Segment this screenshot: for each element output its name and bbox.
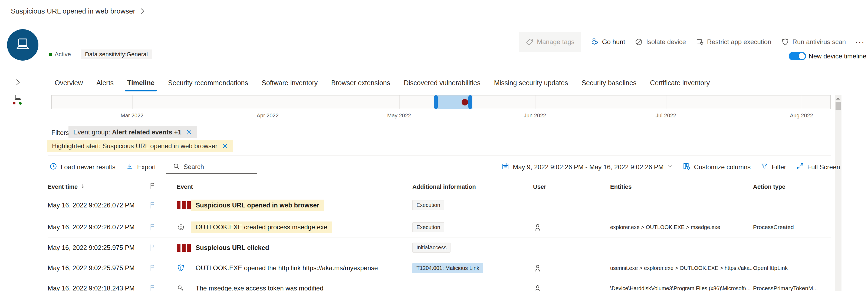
device-mini-icon[interactable] [14,94,22,102]
entities-cell: \Device\HarddiskVolume3\Program Files (x… [610,278,753,291]
breadcrumb: Suspicious URL opened in web browser [11,7,145,15]
device-avatar [7,29,38,61]
mitre-technique-badge[interactable]: T1204.001: Malicious Link [412,263,483,273]
timeline-brush-chart[interactable] [52,95,831,109]
timeline-toolbar-left: Load newer results Export [49,160,257,174]
new-device-timeline-toggle[interactable] [789,52,806,60]
filter-chip-event-group[interactable]: Event group: Alert related events +1 [68,126,197,138]
tab-overview[interactable]: Overview [55,79,83,91]
scroll-up-arrow[interactable] [836,97,840,99]
date-range-picker[interactable]: May 9, 2022 9:02:26 PM - May 16, 2022 9:… [501,162,673,172]
tab-alerts[interactable]: Alerts [96,79,114,91]
close-icon[interactable] [186,129,192,135]
alert-marker-dot[interactable] [462,99,468,105]
run-antivirus-scan-button[interactable]: Run antivirus scan [781,38,846,46]
column-header-action-type[interactable]: Action type [753,181,831,193]
user-icon [534,223,542,231]
flag-cell[interactable] [149,217,173,237]
user-cell [533,278,610,291]
more-actions-button[interactable]: ... [856,35,865,44]
device-status: Active [55,51,71,58]
column-header-user[interactable]: User [533,181,610,193]
device-timeline-page: Suspicious URL opened in web browser Act… [0,0,868,291]
action-type-cell: OpenHttpLink [753,258,831,278]
month-label: Apr 2022 [256,112,278,119]
toggle-label: New device timeline [809,53,866,60]
tab-discovered-vulnerabilities[interactable]: Discovered vulnerabilities [404,79,480,91]
column-header-event[interactable]: Event [173,181,408,193]
tab-security-recommendations[interactable]: Security recommendations [168,79,248,91]
event-title[interactable]: The msedge.exe access token was modified [191,283,328,291]
data-sensitivity-badge[interactable]: Data sensitivity:General [81,50,152,59]
chip-prefix: Event group: [73,128,112,136]
additional-info-cell: Execution [408,217,533,237]
event-title[interactable]: Suspicious URL opened in web browser [191,200,324,211]
event-cell: The msedge.exe access token was modified [173,278,408,291]
manage-tags-button[interactable]: Manage tags [519,32,581,52]
event-time: May 16, 2022 9:02:25.975 PM [48,237,149,258]
column-header-event-time[interactable]: Event time [48,181,149,193]
search-box[interactable] [166,161,257,174]
severity-bars-icon [177,244,191,252]
sort-descending-icon [80,183,86,191]
tab-browser-extensions[interactable]: Browser extensions [331,79,390,91]
event-row[interactable]: May 16, 2022 9:02:26.072 PM Suspicious U… [48,193,831,217]
device-page-tabs: Overview Alerts Timeline Security recomm… [55,79,710,91]
event-time: May 16, 2022 9:02:18.243 PM [48,278,149,291]
event-time: May 16, 2022 9:02:26.072 PM [48,217,149,237]
tab-security-baselines[interactable]: Security baselines [582,79,637,91]
flag-cell[interactable] [149,258,173,278]
close-icon[interactable] [222,143,228,149]
user-cell [533,217,610,237]
search-input[interactable] [183,163,248,171]
tab-certificate-inventory[interactable]: Certificate inventory [650,79,710,91]
event-title[interactable]: OUTLOOK.EXE opened the http link https:/… [191,262,382,274]
brush-handle-right[interactable] [468,95,472,109]
restrict-app-execution-button[interactable]: Restrict app execution [695,38,771,46]
search-icon [173,163,180,171]
column-header-flag[interactable] [149,181,173,193]
hunt-icon [591,38,599,46]
event-row[interactable]: May 16, 2022 9:02:18.243 PM The msedge.e… [48,278,831,291]
expand-panel-chevron-icon[interactable] [16,79,20,87]
rail-divider [29,73,29,291]
flag-icon [149,264,156,272]
full-screen-button[interactable]: Full Screen [796,162,840,172]
filter-button[interactable]: Filter [760,162,786,172]
flag-cell[interactable] [149,193,173,217]
tab-timeline[interactable]: Timeline [127,79,155,91]
filter-chip-highlighted-alert[interactable]: Highlighted alert: Suspicious URL opened… [47,140,233,152]
flag-cell[interactable] [149,278,173,291]
column-header-entities[interactable]: Entities [610,181,753,193]
action-type-cell [753,237,831,258]
toggle-knob [799,53,805,60]
event-title[interactable]: OUTLOOK.EXE created process msedge.exe [191,222,332,233]
chevron-down-icon [667,163,673,171]
tab-missing-security-updates[interactable]: Missing security updates [494,79,568,91]
breadcrumb-title[interactable]: Suspicious URL opened in web browser [11,7,135,15]
customize-columns-button[interactable]: Customize columns [683,162,751,172]
gear-icon [177,223,191,231]
additional-info-cell: T1204.001: Malicious Link [408,258,533,278]
entities-cell: explorer.exe > OUTLOOK.EXE > msedge.exe [610,217,753,237]
tab-software-inventory[interactable]: Software inventory [261,79,318,91]
columns-settings-icon [683,162,691,172]
brush-handle-left[interactable] [434,95,438,109]
event-row[interactable]: May 16, 2022 9:02:25.975 PM OUTLOOK.EXE … [48,258,831,278]
event-row[interactable]: May 16, 2022 9:02:25.975 PM Suspicious U… [48,237,831,258]
isolate-device-button[interactable]: Isolate device [635,38,686,46]
flag-cell[interactable] [149,237,173,258]
event-title[interactable]: Suspicious URL clicked [191,242,274,253]
severity-square-icon [13,102,16,104]
event-row[interactable]: May 16, 2022 9:02:26.072 PM OUTLOOK.EXE … [48,217,831,237]
scrollbar-thumb[interactable] [836,102,841,110]
export-button[interactable]: Export [126,162,156,172]
month-gridline [535,95,535,109]
go-hunt-button[interactable]: Go hunt [591,38,625,46]
timeline-toolbar-right: May 9, 2022 9:02:26 PM - May 16, 2022 9:… [501,160,840,174]
load-newer-results-button[interactable]: Load newer results [49,162,116,172]
vertical-scrollbar[interactable] [835,95,841,291]
laptop-icon [14,37,31,53]
device-status-row: Active Data sensitivity:General [49,50,152,58]
column-header-additional-information[interactable]: Additional information [408,181,533,193]
